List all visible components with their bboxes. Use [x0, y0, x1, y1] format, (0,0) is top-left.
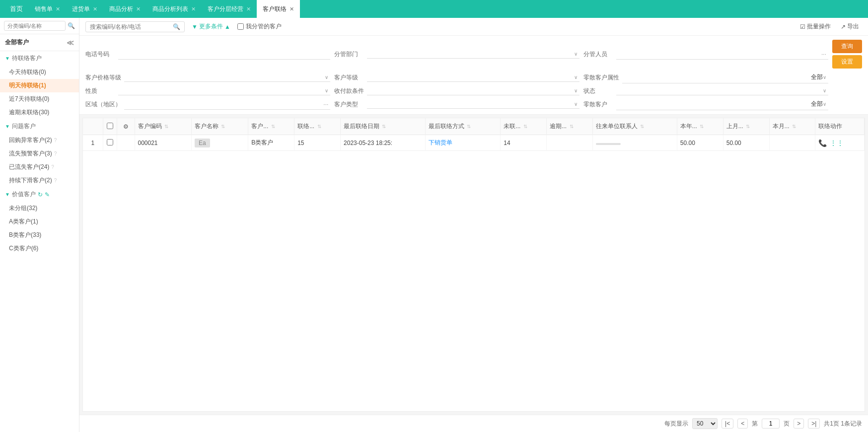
help-icon-lost: ?: [51, 164, 54, 170]
filter-customer-level-select[interactable]: ∨: [367, 73, 579, 82]
sort-last-date-icon: ⇅: [382, 124, 386, 129]
filter-region-dots[interactable]: ···: [323, 101, 328, 108]
my-customer-checkbox-area[interactable]: 我分管的客户: [237, 22, 282, 31]
sidebar-collapse-icon: ≪: [67, 39, 74, 47]
filter-status-select[interactable]: ∨: [616, 86, 828, 95]
table-row: 1 000021 Ea B类客户 15 2023-05-23 18:25:: [83, 135, 865, 151]
sidebar-section-problem[interactable]: ▼ 问题客户: [0, 119, 79, 134]
action-more-icon[interactable]: ⋮⋮: [830, 139, 844, 147]
nav-item-customer-tier[interactable]: 客户分层经营 ✕: [202, 0, 257, 18]
sidebar-search-icon[interactable]: 🔍: [68, 22, 75, 29]
export-btn[interactable]: ↗ 导出: [838, 21, 862, 32]
cell-last-contact-method[interactable]: 下销货单: [425, 135, 500, 151]
last-contact-link[interactable]: 下销货单: [429, 139, 452, 146]
action-phone-icon[interactable]: 📞: [818, 139, 827, 147]
col-header-contact[interactable]: 联络... ⇅: [294, 118, 341, 135]
sort-last-month-icon: ⇅: [746, 124, 750, 129]
col-header-customer-code[interactable]: 客户编码 ⇅: [135, 118, 191, 135]
filter-manager: 分管人员 ···: [583, 49, 828, 60]
cell-action: 📞 ⋮⋮: [815, 135, 865, 151]
filter-customer-type-select[interactable]: ∨: [367, 100, 579, 109]
sidebar-item-repurchase[interactable]: 回购异常客户(2) ?: [0, 134, 79, 147]
sidebar-item-class-c[interactable]: C类客户(6): [0, 242, 79, 255]
first-page-btn[interactable]: |<: [722, 419, 733, 429]
select-all-checkbox[interactable]: [107, 123, 113, 129]
set-button[interactable]: 设置: [832, 55, 862, 69]
sidebar-section-pending[interactable]: ▼ 待联络客户: [0, 51, 79, 66]
toolbar-search-box: 🔍: [85, 21, 185, 32]
filter-dept-select[interactable]: ∨: [367, 50, 579, 59]
sidebar-item-class-b[interactable]: B类客户(33): [0, 228, 79, 242]
sidebar-item-today[interactable]: 今天待联络(0): [0, 66, 79, 79]
query-button[interactable]: 查询: [832, 40, 862, 53]
cell-check[interactable]: [103, 135, 117, 151]
filter-price-select[interactable]: ∨: [124, 73, 330, 82]
col-header-related-contact[interactable]: 往来单位联系人 ⇅: [593, 118, 677, 135]
nav-item-customer-contact[interactable]: 客户联络 ✕: [257, 0, 300, 18]
col-header-last-contact-method[interactable]: 最后联络方式 ⇅: [425, 118, 500, 135]
refresh-value-icon[interactable]: ↻: [38, 191, 43, 198]
sidebar-item-overdue-contact[interactable]: 逾期未联络(30): [0, 106, 79, 119]
col-header-no-contact[interactable]: 未联... ⇅: [501, 118, 547, 135]
batch-operation-btn[interactable]: ☑ 批量操作: [797, 21, 834, 32]
nav-item-sales[interactable]: 销售单 ✕: [29, 0, 66, 18]
sidebar-item-lost[interactable]: 已流失客户(24) ?: [0, 160, 79, 174]
nav-close-customer-contact[interactable]: ✕: [289, 6, 294, 12]
sidebar-item-declining[interactable]: 持续下滑客户(2) ?: [0, 174, 79, 187]
sidebar-item-tomorrow[interactable]: 明天待联络(1): [0, 79, 79, 92]
filter-retail-customer-select[interactable]: 全部 ∨: [616, 98, 828, 110]
edit-value-icon[interactable]: ✎: [45, 191, 50, 198]
nav-close-analysis-list[interactable]: ✕: [191, 6, 196, 12]
next-page-btn[interactable]: >: [794, 419, 804, 429]
sidebar-search-area: 🔍: [0, 18, 79, 34]
sidebar-item-ungrouped[interactable]: 未分组(32): [0, 202, 79, 215]
col-header-customer-type[interactable]: 客户... ⇅: [248, 118, 294, 135]
page-input[interactable]: [762, 419, 780, 429]
nav-item-analysis-list[interactable]: 商品分析列表 ✕: [146, 0, 202, 18]
col-header-this-month[interactable]: 本月... ⇅: [769, 118, 815, 135]
chevron-retail-attr-icon: ∨: [823, 74, 826, 80]
nav-home[interactable]: 首页: [4, 0, 29, 18]
my-customer-checkbox[interactable]: [237, 23, 244, 30]
sidebar-item-class-a[interactable]: A类客户(1): [0, 215, 79, 228]
page-size-select[interactable]: 50 20 100: [692, 418, 718, 429]
filter-retail-attr-select[interactable]: 全部 ∨: [622, 72, 828, 83]
sidebar-item-week[interactable]: 近7天待联络(0): [0, 92, 79, 106]
table-settings-icon[interactable]: ⚙: [123, 123, 129, 130]
toolbar-search-icon[interactable]: 🔍: [173, 23, 180, 30]
sidebar-item-loss-warning[interactable]: 流失预警客户(3) ?: [0, 147, 79, 160]
nav-close-purchase[interactable]: ✕: [93, 6, 97, 12]
nav-close-sales[interactable]: ✕: [56, 6, 60, 12]
filter-row-1: 电话号码 分管部门 ∨ 分管人员 ··· 查询 设置: [85, 40, 862, 69]
prev-page-btn[interactable]: <: [737, 419, 748, 429]
filter-manager-dots[interactable]: ···: [821, 51, 826, 58]
nav-item-analysis[interactable]: 商品分析 ✕: [103, 0, 146, 18]
col-header-settings[interactable]: ⚙: [117, 118, 135, 135]
nav-close-analysis[interactable]: ✕: [136, 6, 141, 12]
chevron-price-icon: ∨: [325, 74, 328, 80]
filter-dept-label: 分管部门: [334, 50, 364, 59]
sort-last-method-icon: ⇅: [467, 124, 471, 129]
sidebar-search-input[interactable]: [4, 21, 66, 31]
nav-item-purchase[interactable]: 进货单 ✕: [66, 0, 103, 18]
col-header-this-year[interactable]: 本年... ⇅: [677, 118, 723, 135]
row-checkbox[interactable]: [107, 139, 113, 145]
col-header-overdue[interactable]: 逾期... ⇅: [547, 118, 593, 135]
col-header-last-contact-date[interactable]: 最后联络日期 ⇅: [341, 118, 426, 135]
filter-more-btn[interactable]: ▼ 更多条件 ▲: [189, 21, 233, 32]
sidebar-all-customers[interactable]: 全部客户 ≪: [0, 34, 79, 51]
filter-phone: 电话号码: [85, 49, 330, 60]
filter-phone-input[interactable]: [118, 49, 330, 60]
col-header-last-month[interactable]: 上月... ⇅: [723, 118, 769, 135]
sidebar-section-value[interactable]: ▼ 价值客户 ↻ ✎: [0, 187, 79, 202]
filter-action-col: 查询 设置: [832, 40, 862, 69]
filter-payment-select[interactable]: ∨: [367, 86, 579, 95]
toolbar-search-input[interactable]: [90, 23, 171, 30]
sort-this-year-icon: ⇅: [700, 124, 704, 129]
filter-nature-select[interactable]: ∨: [118, 86, 330, 95]
col-header-check[interactable]: [103, 118, 117, 135]
col-header-customer-name[interactable]: 客户名称 ⇅: [191, 118, 248, 135]
last-page-btn[interactable]: >|: [808, 419, 820, 429]
nav-close-customer-tier[interactable]: ✕: [246, 6, 251, 12]
chevron-retail-customer-icon: ∨: [823, 101, 826, 107]
